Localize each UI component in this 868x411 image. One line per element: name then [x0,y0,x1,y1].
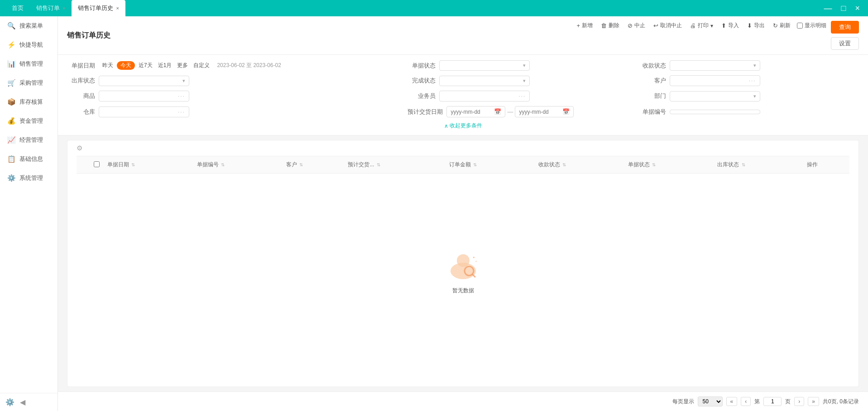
new-icon: + [576,22,580,29]
topbar-maximize-button[interactable]: □ [839,4,849,13]
tab-sales-order[interactable]: 销售订单 × [30,0,72,16]
stop-button[interactable]: ⊘ 中止 [626,21,647,30]
department-select[interactable]: ▾ [670,91,760,102]
completion-status-select[interactable]: ▾ [439,76,530,86]
collapse-button[interactable]: ∧ 收起更多条件 [444,122,482,130]
topbar-close-button[interactable]: — [821,4,835,13]
first-page-button[interactable]: « [726,397,738,406]
date-more[interactable]: 更多 [175,61,190,70]
date-yesterday[interactable]: 昨天 [101,61,115,70]
sidebar-item-finance[interactable]: 💰 资金管理 [0,111,58,131]
new-label: 新增 [582,22,593,29]
expected-delivery-end-field[interactable] [519,109,560,115]
query-button[interactable]: 查询 [831,21,859,34]
next-page-button[interactable]: › [794,397,804,406]
th-date[interactable]: 单据日期 ⇅ [104,156,193,174]
table-toolbar: ⚙ [77,140,849,156]
sidebar-item-operations[interactable]: 📈 经营管理 [0,131,58,150]
customer-label: 客户 [638,77,670,85]
print-dropdown-icon[interactable]: ▾ [710,23,713,29]
select-all-checkbox[interactable] [94,161,100,167]
warehouse-input[interactable]: ··· [99,106,189,117]
sidebar-item-system[interactable]: ⚙️ 系统管理 [0,169,58,188]
th-delivery-status-sort-icon: ⇅ [742,162,745,167]
refresh-button[interactable]: ↻ 刷新 [771,21,792,30]
th-expected-delivery[interactable]: 预计交货... ⇅ [344,156,445,174]
last-page-button[interactable]: » [808,397,819,406]
export-button[interactable]: ⬇ 导出 [745,21,767,30]
page-size-label: 每页显示 [672,398,694,406]
th-receipt-status[interactable]: 收款状态 ⇅ [535,156,624,174]
th-number[interactable]: 单据编号 ⇅ [193,156,283,174]
receipt-status-select[interactable]: ▾ [670,60,760,71]
th-customer[interactable]: 客户 ⇅ [283,156,344,174]
table-area: ⚙ 单据日期 ⇅ 单据编号 ⇅ [67,140,859,387]
import-icon: ⬆ [721,22,726,29]
filter-row-1: 单据日期 昨天 今天 近7天 近1月 更多 自定义 2023-06-02 至 2… [67,60,859,71]
new-button[interactable]: + 新增 [575,21,595,30]
sidebar-item-quick-nav[interactable]: ⚡ 快捷导航 [0,35,58,54]
th-order-status-label: 单据状态 [628,161,650,168]
sidebar-item-sales-mgmt[interactable]: 📊 销售管理 [0,54,58,73]
data-table: 单据日期 ⇅ 单据编号 ⇅ 客户 ⇅ 预计交货... [77,156,849,367]
th-operations: 操作 [803,156,849,174]
delivery-status-select[interactable]: ▾ [99,76,189,86]
svg-point-1 [457,254,470,267]
cancel-stop-label: 取消中止 [660,22,682,29]
sidebar-item-base-info[interactable]: 📋 基础信息 [0,150,58,169]
date-last7[interactable]: 近7天 [137,61,154,70]
sidebar-item-purchase-mgmt[interactable]: 🛒 采购管理 [0,73,58,92]
topbar-window-close-button[interactable]: × [852,4,863,13]
tab-sales-order-close[interactable]: × [62,5,65,11]
expected-delivery-end-input[interactable]: 📅 [515,106,574,117]
order-status-chevron-icon: ▾ [523,63,526,68]
tab-home-label: 首页 [12,4,24,12]
print-button[interactable]: 🖨 打印 ▾ [688,21,715,30]
order-status-select[interactable]: ▾ [439,60,530,71]
filter-group-salesperson: 业务员 ··· [408,91,628,102]
export-label: 导出 [754,22,765,29]
table-body: ✦ ✦ 暂无数据 [77,174,849,367]
stop-label: 中止 [634,22,645,29]
order-status-label: 单据状态 [408,62,439,70]
date-custom[interactable]: 自定义 [192,61,211,70]
import-button[interactable]: ⬆ 导入 [719,21,741,30]
th-delivery-status[interactable]: 出库状态 ⇅ [714,156,803,174]
delivery-status-chevron-icon: ▾ [182,78,185,84]
show-detail-checkbox[interactable] [797,23,803,29]
date-last1m[interactable]: 近1月 [156,61,174,70]
goods-input[interactable]: ··· [99,91,189,102]
cancel-stop-button[interactable]: ↩ 取消中止 [652,21,684,30]
customer-input[interactable]: ··· [670,75,760,86]
tab-sales-order-history[interactable]: 销售订单历史 × [72,0,125,16]
tab-sales-order-history-label: 销售订单历史 [78,4,113,12]
stop-icon: ⊘ [628,22,633,29]
sidebar-bottom: ⚙️ ◀ [0,393,58,411]
sidebar-item-search-menu[interactable]: 🔍 搜索菜单 [0,16,58,35]
sidebar-item-quick-nav-label: 快捷导航 [19,41,43,49]
order-number-input[interactable] [670,110,760,114]
collapse-label: 收起更多条件 [450,122,482,130]
page-number-input[interactable] [763,397,782,406]
table-settings-icon[interactable]: ⚙ [77,144,82,152]
salesperson-input[interactable]: ··· [439,91,530,102]
sidebar-settings-icon[interactable]: ⚙️ [5,398,14,406]
prev-page-button[interactable]: ‹ [741,397,751,406]
tab-sales-order-label: 销售订单 [36,4,60,12]
th-order-amount[interactable]: 订单金额 ⇅ [446,156,535,174]
settings-button[interactable]: 设置 [831,37,859,50]
tab-home[interactable]: 首页 [5,0,30,16]
page-size-select[interactable]: 50 10 20 100 [698,396,723,406]
expected-delivery-start-field[interactable] [451,109,491,115]
th-order-amount-sort-icon: ⇅ [473,162,477,167]
expected-delivery-label: 预计交货日期 [408,108,446,116]
total-text: 共0页, 0条记录 [823,398,859,406]
expected-delivery-start-input[interactable]: 📅 [446,106,505,117]
sidebar-item-inventory[interactable]: 📦 库存核算 [0,92,58,111]
date-today[interactable]: 今天 [117,61,135,70]
th-order-status[interactable]: 单据状态 ⇅ [624,156,714,174]
sidebar-collapse-icon[interactable]: ◀ [20,398,25,406]
delete-button[interactable]: 🗑 删除 [599,21,621,30]
tab-sales-order-history-close[interactable]: × [116,5,119,11]
filter-row-4: 仓库 ··· 预计交货日期 📅 — 📅 [67,106,859,117]
